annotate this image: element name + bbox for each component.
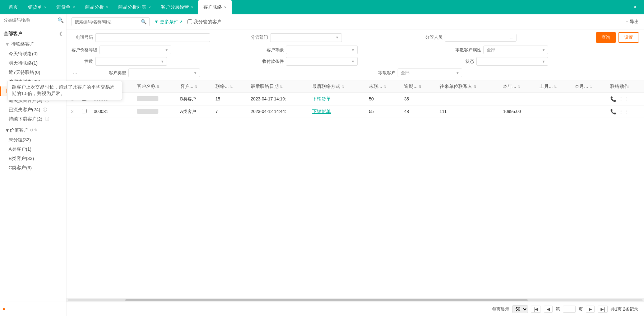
sidebar-item-declining[interactable]: 持续下滑客户(2) ⓘ	[0, 114, 66, 124]
row1-more-icon[interactable]: ⋮⋮	[618, 96, 629, 102]
table-scroll[interactable]: ⚙ 客户编码⇅ 客户名称⇅ 客户...⇅ 联络...⇅ 最后联络日期⇅ 最后联络…	[66, 80, 644, 298]
th-overdue[interactable]: 逾期...⇅	[400, 80, 436, 93]
close-all-tabs-button[interactable]: ×	[630, 4, 640, 10]
filter-row-3: 性质 ▼ 收付款条件 ▼ 状态	[71, 57, 639, 66]
row2-un-contact: 55	[365, 105, 400, 118]
tab-customer-seg[interactable]: 客户分层经营 ×	[156, 0, 198, 14]
price-level-select[interactable]	[99, 46, 171, 54]
scroll-thumb[interactable]	[125, 299, 528, 301]
sidebar-search-bar: 🔍	[0, 14, 66, 26]
gender-select[interactable]	[95, 57, 167, 66]
sidebar-item-c-class[interactable]: C类客户(6)	[0, 163, 66, 173]
sidebar-item-churned[interactable]: 已流失客户(24) ⓘ	[0, 105, 66, 114]
row2-more-icon[interactable]: ⋮⋮	[618, 109, 629, 114]
row1-overdue: 35	[400, 93, 436, 105]
row2-this-year: 10995.00	[499, 105, 536, 118]
filter-bar: 🔍 ▼ 更多条件 ∧ 我分管的客户 ↑ 导出	[66, 14, 644, 29]
refresh-icon[interactable]: ↺	[30, 128, 33, 133]
sidebar-item-today[interactable]: 今天待联络(0)	[0, 49, 66, 58]
row1-last-month	[536, 93, 571, 105]
more-filter-btn[interactable]: ···	[71, 70, 79, 76]
filter-price-level: 客户价格等级 ▼	[71, 46, 258, 54]
last-page-button[interactable]: ▶|	[598, 306, 608, 313]
row2-last-method[interactable]: 下销货单	[309, 105, 365, 118]
export-button[interactable]: ↑ 导出	[626, 19, 639, 25]
my-customer-checkbox[interactable]	[187, 19, 192, 24]
payment-select[interactable]	[286, 57, 358, 66]
tab-home[interactable]: 首页	[4, 0, 23, 14]
retail-attr-select[interactable]: 全部	[483, 46, 548, 54]
top-nav: 首页 销货单 × 进货单 × 商品分析 × 商品分析列表 × 客户分层经营 × …	[0, 0, 644, 14]
sidebar-search-icon[interactable]: 🔍	[57, 17, 64, 23]
prev-page-button[interactable]: ◀	[544, 306, 553, 313]
sidebar-group-value[interactable]: ▼ 价值客户 ↺ ✎	[0, 125, 66, 135]
horizontal-scrollbar[interactable]	[66, 298, 644, 302]
tab-sales[interactable]: 销货单 ×	[23, 0, 51, 14]
tab-customer-contact[interactable]: 客户联络 ×	[198, 0, 231, 14]
filter-customer-level: 客户等级 ▼	[262, 46, 449, 54]
th-name[interactable]: 客户名称⇅	[133, 80, 176, 93]
customer-type-select[interactable]	[128, 69, 200, 77]
row2-checkbox[interactable]	[82, 109, 87, 113]
per-page-select[interactable]: 50	[512, 305, 528, 313]
retail-customer-select[interactable]: 全部	[398, 69, 462, 77]
query-button[interactable]: 查询	[596, 32, 616, 43]
sort-contact-icon: ⇅	[230, 85, 233, 89]
close-analysis-list-icon[interactable]: ×	[148, 5, 150, 9]
th-contact-person[interactable]: 往来单位联系人⇅	[436, 80, 500, 93]
sidebar-item-7days[interactable]: 近7天待联络(0)	[0, 68, 66, 77]
row1-last-method[interactable]: 下销货单	[309, 93, 365, 105]
tab-analysis-list[interactable]: 商品分析列表 ×	[113, 0, 156, 14]
filter-row-1: 电话号码 分管部门 ▼ 分管人员 ...	[71, 32, 639, 43]
content-area: 🔍 ▼ 更多条件 ∧ 我分管的客户 ↑ 导出 电话号码	[66, 14, 644, 316]
customer-level-select[interactable]	[286, 46, 358, 54]
filter-gender: 性质 ▼	[71, 57, 258, 66]
manager-ellipsis-icon[interactable]: ...	[510, 36, 513, 40]
sidebar-collapse-icon[interactable]: ❮	[59, 31, 62, 36]
sidebar-item-b-class[interactable]: B类客户(33)	[0, 154, 66, 163]
page-number-input[interactable]: 1	[563, 306, 576, 313]
sidebar-group-pending[interactable]: ▼ 待联络客户	[0, 39, 66, 49]
first-page-button[interactable]: |◀	[531, 306, 541, 313]
status-select[interactable]	[476, 57, 548, 66]
sort-name-icon: ⇅	[157, 85, 159, 89]
th-un-contact[interactable]: 未联...⇅	[365, 80, 400, 93]
sidebar-all-customers[interactable]: 全部客户 ❮	[0, 28, 66, 39]
sidebar-item-ungrouped[interactable]: 未分组(32)	[0, 135, 66, 145]
row1-call-icon[interactable]: 📞	[610, 96, 616, 102]
th-contact-count[interactable]: 联络...⇅	[212, 80, 247, 93]
th-last-date[interactable]: 最后联络日期⇅	[247, 80, 309, 93]
th-this-year[interactable]: 本年...⇅	[499, 80, 536, 93]
next-page-button[interactable]: ▶	[586, 306, 595, 313]
th-type[interactable]: 客户...⇅	[177, 80, 212, 93]
main-search-input[interactable]	[75, 19, 139, 24]
sidebar-search-input[interactable]	[4, 18, 57, 23]
tab-analysis[interactable]: 商品分析 ×	[80, 0, 113, 14]
sidebar: 🔍 全部客户 ❮ ▼ 待联络客户 今天待联络(0) 明天待联络(1) 近7天待联…	[0, 14, 66, 316]
per-page-label: 每页显示	[492, 306, 509, 312]
row2-call-icon[interactable]: 📞	[610, 109, 616, 114]
close-sales-icon[interactable]: ×	[44, 5, 46, 9]
tab-purchase[interactable]: 进货单 ×	[51, 0, 80, 14]
filter-row-2: 客户价格等级 ▼ 客户等级 ▼ 零散客户属性	[71, 46, 639, 54]
sidebar-item-a-class[interactable]: A类客户(1)	[0, 145, 66, 154]
more-conditions-button[interactable]: ▼ 更多条件 ∧	[154, 19, 183, 25]
sidebar-item-tomorrow[interactable]: 明天待联络(1)	[0, 58, 66, 68]
th-last-month[interactable]: 上月...⇅	[536, 80, 571, 93]
manager-input[interactable]	[448, 35, 509, 40]
dept-select[interactable]	[270, 33, 342, 42]
close-customer-contact-icon[interactable]: ×	[224, 5, 226, 9]
th-last-method[interactable]: 最后联络方式⇅	[309, 80, 365, 93]
row1-action-buttons: 📞 ⋮⋮	[610, 96, 640, 102]
edit-icon[interactable]: ✎	[34, 128, 38, 133]
close-analysis-icon[interactable]: ×	[106, 5, 108, 9]
setting-button[interactable]: 设置	[618, 32, 639, 43]
sort-year-icon: ⇅	[517, 85, 520, 89]
close-purchase-icon[interactable]: ×	[73, 5, 75, 9]
row1-this-month	[571, 93, 606, 105]
th-this-month[interactable]: 本月...⇅	[571, 80, 606, 93]
main-search-icon[interactable]: 🔍	[141, 19, 147, 24]
phone-input[interactable]	[95, 33, 210, 42]
chevron-down-icon-2: ▼	[5, 128, 10, 133]
close-customer-seg-icon[interactable]: ×	[191, 5, 193, 9]
